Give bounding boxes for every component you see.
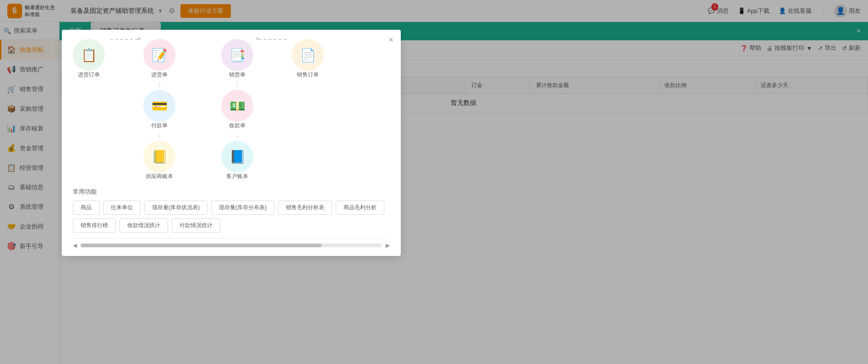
- flow-diagram: 📋 进货订单 📝 进货单 ↓ 💳 付款单 ↓ 📒 供应商账本 📑 销货单 ↓ 💵…: [73, 39, 390, 180]
- sales-order-circle[interactable]: 📄: [292, 39, 324, 71]
- purchase-order-label: 进货订单: [78, 71, 100, 79]
- func-btn-payment-stats[interactable]: 付款情况统计: [172, 218, 220, 233]
- flow-col-purchase-order: 📋 进货订单: [73, 39, 105, 79]
- flow-col-sales-order: 📄 销售订单: [292, 39, 324, 79]
- scroll-right-icon[interactable]: ▶: [386, 242, 390, 249]
- func-btn-product-profit[interactable]: 商品毛利分析: [336, 201, 384, 215]
- arrow2: [257, 39, 288, 53]
- customer-account-circle[interactable]: 📘: [221, 141, 253, 173]
- arrow1: [109, 39, 140, 53]
- func-btn-receipt-stats[interactable]: 收款情况统计: [120, 218, 168, 233]
- scroll-thumb[interactable]: [81, 244, 322, 247]
- func-btn-product[interactable]: 商品: [73, 201, 99, 215]
- sales-bill-circle[interactable]: 📑: [221, 39, 253, 71]
- common-functions: 常用功能 商品 往来单位 现存量(库存状况表) 现存量(库存分布表) 销售毛利分…: [73, 188, 390, 233]
- func-btn-sales-profit[interactable]: 销售毛利分析表: [278, 201, 332, 215]
- func-btn-partner[interactable]: 往来单位: [103, 201, 141, 215]
- arrow-down-payment: ↓: [158, 81, 161, 88]
- supplier-account-label: 供应商账本: [146, 173, 173, 180]
- scroll-track: [81, 244, 382, 247]
- sales-bill-label: 销货单: [229, 71, 246, 79]
- arrow-down-receipt: ↓: [235, 81, 239, 88]
- flow-col-sales-bill: 📑 销货单 ↓ 💵 收款单 ↓ 📘 客户账本: [221, 39, 253, 180]
- purchase-bill-circle[interactable]: 📝: [143, 39, 175, 71]
- quick-nav-popup: × 📋 进货订单 📝 进货单 ↓ 💳 付款单 ↓ 📒 供应商账本 📑 销货单: [62, 30, 401, 256]
- arrow-down-customer: ↓: [235, 131, 239, 139]
- payment-bill-label: 付款单: [151, 122, 168, 130]
- supplier-account-circle[interactable]: 📒: [143, 141, 175, 173]
- purchase-order-circle[interactable]: 📋: [73, 39, 105, 71]
- func-btn-stock-distribution[interactable]: 现存量(库存分布表): [211, 201, 274, 215]
- purchase-bill-label: 进货单: [151, 71, 168, 79]
- function-buttons-row2: 销售排行榜 收款情况统计 付款情况统计: [73, 218, 390, 233]
- popup-scrollbar: ◀ ▶: [73, 238, 390, 249]
- receipt-bill-circle[interactable]: 💵: [221, 90, 253, 122]
- flow-col-purchase-bill: 📝 进货单 ↓ 💳 付款单 ↓ 📒 供应商账本: [143, 39, 175, 180]
- function-buttons: 商品 往来单位 现存量(库存状况表) 现存量(库存分布表) 销售毛利分析表 商品…: [73, 201, 390, 215]
- common-functions-title: 常用功能: [73, 188, 390, 196]
- popup-close-button[interactable]: ×: [388, 35, 393, 45]
- sales-order-label: 销售订单: [297, 71, 319, 79]
- customer-account-label: 客户账本: [226, 173, 248, 180]
- payment-bill-circle[interactable]: 💳: [143, 90, 175, 122]
- scroll-left-icon[interactable]: ◀: [73, 242, 77, 249]
- func-btn-stock-status[interactable]: 现存量(库存状况表): [144, 201, 207, 215]
- func-btn-sales-ranking[interactable]: 销售排行榜: [73, 218, 116, 233]
- arrow-down-supplier: ↓: [158, 131, 161, 139]
- receipt-bill-label: 收款单: [229, 122, 246, 130]
